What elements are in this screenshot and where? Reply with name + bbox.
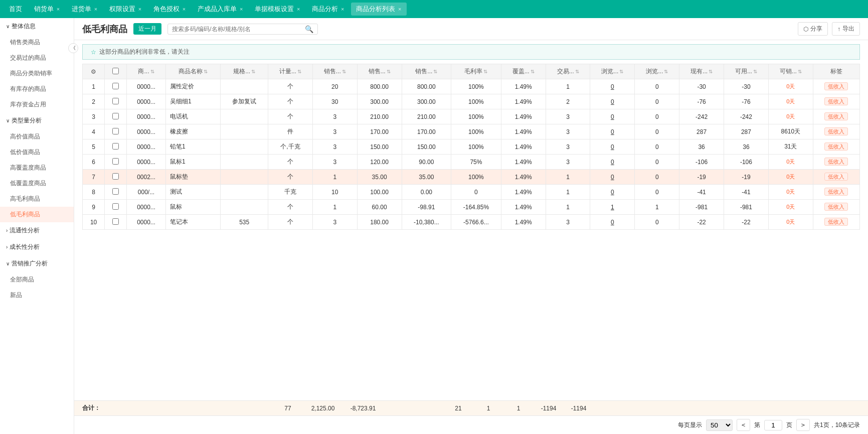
- nav-close-purchase[interactable]: ×: [94, 6, 97, 12]
- nav-close-analysis[interactable]: ×: [341, 6, 344, 12]
- th-browse2[interactable]: 浏览...⇅: [635, 64, 679, 79]
- nav-close-analysis-list[interactable]: ×: [398, 6, 401, 12]
- sidebar-item-new-goods[interactable]: 新品: [0, 287, 74, 303]
- export-button[interactable]: ↑ 导出: [832, 22, 860, 36]
- row-checkbox[interactable]: [112, 218, 119, 225]
- sidebar-item-sales-goods[interactable]: 销售类商品: [0, 35, 74, 50]
- cell-browse1[interactable]: 0: [590, 170, 635, 185]
- sidebar-item-high-value[interactable]: 高价值商品: [0, 129, 74, 144]
- nav-close-roles[interactable]: ×: [183, 6, 186, 12]
- sidebar-item-high-coverage[interactable]: 高覆盖度商品: [0, 160, 74, 176]
- cell-browse1[interactable]: 0: [590, 215, 635, 230]
- cell-checkbox[interactable]: [105, 139, 127, 155]
- nav-item-purchase[interactable]: 进货单 ×: [67, 3, 102, 16]
- nav-item-roles[interactable]: 角色授权 ×: [148, 3, 191, 16]
- sidebar-item-low-coverage[interactable]: 低覆盖度商品: [0, 176, 74, 191]
- next-page-button[interactable]: ＞: [796, 419, 810, 431]
- sidebar-item-traded-goods[interactable]: 交易过的商品: [0, 50, 74, 66]
- row-checkbox[interactable]: [112, 158, 119, 165]
- th-browse1[interactable]: 浏览...⇅: [590, 64, 635, 79]
- cell-unit: 个: [268, 215, 312, 230]
- cell-browse1[interactable]: 0: [590, 185, 635, 200]
- filter-date-button[interactable]: 近一月: [133, 23, 161, 35]
- cell-checkbox[interactable]: [105, 109, 127, 124]
- th-coverage[interactable]: 覆盖...⇅: [501, 64, 546, 79]
- th-current[interactable]: 现有...⇅: [679, 64, 724, 79]
- th-name[interactable]: 商品名称⇅: [166, 64, 221, 79]
- collapse-sidebar-button[interactable]: 《: [68, 43, 78, 53]
- th-spec[interactable]: 规格...⇅: [221, 64, 268, 79]
- cell-browse1[interactable]: 0: [590, 155, 635, 170]
- row-checkbox[interactable]: [112, 83, 119, 89]
- nav-item-product-entry[interactable]: 产成品入库单 ×: [193, 3, 248, 16]
- share-button[interactable]: ⬡ 分享: [798, 22, 828, 36]
- row-checkbox[interactable]: [112, 98, 119, 104]
- sidebar-item-all-goods[interactable]: 全部商品: [0, 272, 74, 287]
- cell-checkbox[interactable]: [105, 215, 127, 230]
- th-sales3[interactable]: 销售...⇅: [402, 64, 451, 79]
- sidebar-group-marketing[interactable]: ∨ 营销推广分析: [0, 255, 74, 272]
- cell-browse1[interactable]: 1: [590, 200, 635, 215]
- search-input[interactable]: [172, 26, 305, 33]
- th-trade[interactable]: 交易...⇅: [546, 64, 590, 79]
- nav-item-permissions[interactable]: 权限设置 ×: [104, 3, 146, 16]
- nav-close-permissions[interactable]: ×: [138, 6, 141, 12]
- cell-browse1[interactable]: 0: [590, 124, 635, 139]
- row-checkbox[interactable]: [112, 113, 119, 119]
- sidebar-item-low-value[interactable]: 低价值商品: [0, 144, 74, 160]
- th-sellable[interactable]: 可销...⇅: [768, 64, 813, 79]
- nav-item-analysis-list[interactable]: 商品分析列表 ×: [351, 3, 406, 16]
- nav-close-sales[interactable]: ×: [57, 6, 60, 12]
- cell-browse1[interactable]: 0: [590, 139, 635, 155]
- sidebar-group-growth[interactable]: › 成长性分析: [0, 239, 74, 255]
- nav-item-template[interactable]: 单据模板设置 ×: [250, 3, 305, 16]
- cell-coverage: 1.49%: [501, 94, 546, 109]
- th-unit[interactable]: 计量...⇅: [268, 64, 312, 79]
- row-checkbox[interactable]: [112, 173, 119, 180]
- cell-checkbox[interactable]: [105, 185, 127, 200]
- cell-current: -242: [679, 109, 724, 124]
- row-checkbox[interactable]: [112, 188, 119, 195]
- row-checkbox[interactable]: [112, 128, 119, 134]
- sidebar-item-high-gross[interactable]: 高毛利商品: [0, 191, 74, 207]
- nav-item-analysis[interactable]: 商品分析 ×: [307, 3, 349, 16]
- sidebar-group-overview[interactable]: ∨ 整体信息: [0, 18, 74, 35]
- th-tag[interactable]: 标签: [813, 64, 859, 79]
- row-checkbox[interactable]: [112, 143, 119, 150]
- th-available[interactable]: 可用...⇅: [724, 64, 769, 79]
- cell-sales2: 35.00: [357, 170, 402, 185]
- prev-page-button[interactable]: ＜: [737, 419, 750, 431]
- cell-checkbox[interactable]: [105, 200, 127, 215]
- cell-checkbox[interactable]: [105, 79, 127, 94]
- th-settings[interactable]: ⚙: [83, 64, 105, 79]
- sidebar-item-low-gross[interactable]: 低毛利商品: [0, 207, 74, 222]
- cell-checkbox[interactable]: [105, 170, 127, 185]
- th-sales1[interactable]: 销售...⇅: [312, 64, 357, 79]
- sidebar-item-inventory-capital[interactable]: 库存资金占用: [0, 97, 74, 112]
- th-checkbox[interactable]: [105, 64, 127, 79]
- nav-close-product-entry[interactable]: ×: [240, 6, 243, 12]
- nav-close-template[interactable]: ×: [297, 6, 300, 12]
- th-code[interactable]: 商...⇅: [126, 64, 165, 79]
- sidebar-item-category-rate[interactable]: 商品分类助销率: [0, 66, 74, 81]
- cell-no: 3: [83, 109, 105, 124]
- sidebar-group-circulation[interactable]: › 流通性分析: [0, 222, 74, 239]
- nav-item-sales[interactable]: 销货单 ×: [29, 3, 65, 16]
- search-icon[interactable]: 🔍: [305, 25, 313, 33]
- page-number-input[interactable]: [764, 420, 782, 430]
- sidebar-item-in-stock[interactable]: 有库存的商品: [0, 81, 74, 97]
- cell-browse1[interactable]: 0: [590, 94, 635, 109]
- cell-checkbox[interactable]: [105, 155, 127, 170]
- cell-browse1[interactable]: 0: [590, 109, 635, 124]
- row-checkbox[interactable]: [112, 203, 119, 210]
- cell-browse1[interactable]: 0: [590, 79, 635, 94]
- cell-checkbox[interactable]: [105, 124, 127, 139]
- sidebar-group-type[interactable]: ∨ 类型量分析: [0, 112, 74, 129]
- cell-checkbox[interactable]: [105, 94, 127, 109]
- select-all-checkbox[interactable]: [112, 68, 119, 74]
- th-gross[interactable]: 毛利率⇅: [451, 64, 501, 79]
- th-sales2[interactable]: 销售...⇅: [357, 64, 402, 79]
- page-size-select[interactable]: 50 100 200: [706, 419, 733, 431]
- nav-item-home[interactable]: 首页: [4, 3, 27, 16]
- table-container[interactable]: ⚙ 商...⇅ 商品名称⇅ 规格...⇅ 计量...⇅ 销售...⇅ 销售...…: [74, 60, 868, 400]
